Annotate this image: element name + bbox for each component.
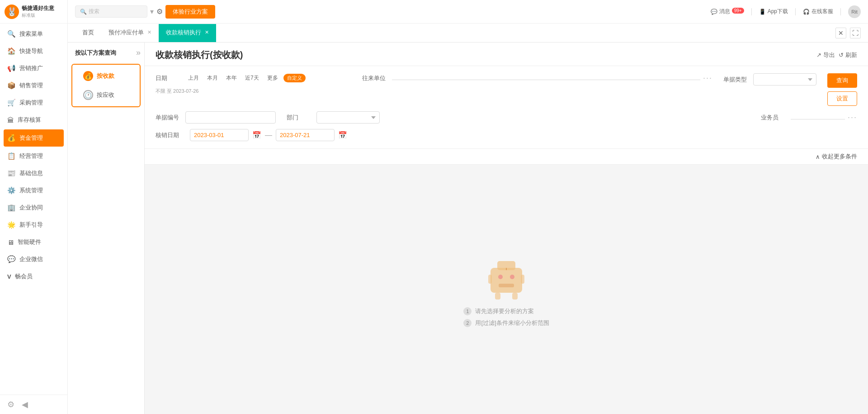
sidebar-item-finance[interactable]: 💰 资金管理 bbox=[4, 129, 64, 147]
staff-dots[interactable]: ··· bbox=[848, 113, 857, 122]
sidebar-label-search: 搜索菜单 bbox=[19, 30, 43, 38]
sidebar-item-inventory[interactable]: 🏛 库存核算 bbox=[0, 111, 67, 128]
query-btn[interactable]: 查询 bbox=[827, 73, 857, 88]
bank-icon: 🏛 bbox=[7, 116, 14, 124]
date-btn-last-month[interactable]: 上月 bbox=[185, 73, 202, 83]
messages-action[interactable]: 💬 消息 99+ bbox=[711, 8, 744, 15]
header-left: 🔍 搜索 ▾ ⚙ 体验行业方案 bbox=[75, 5, 706, 19]
sidebar-label-system: 系统管理 bbox=[19, 186, 43, 195]
sidebar-item-purchase[interactable]: 🛒 采购管理 bbox=[0, 94, 67, 111]
sidebar-item-sales[interactable]: 📦 销售管理 bbox=[0, 77, 67, 94]
filter-by-receipt[interactable]: 💰 按收款 bbox=[72, 67, 140, 86]
sidebar-item-marketing[interactable]: 📢 营销推广 bbox=[0, 60, 67, 77]
sidebar-logo: 🐰 畅捷通好生意 标准版 bbox=[0, 0, 67, 24]
sidebar-item-operations[interactable]: 📋 经营管理 bbox=[0, 148, 67, 165]
messages-badge: 99+ bbox=[732, 8, 744, 14]
online-service-action[interactable]: 🎧 在线客服 bbox=[803, 8, 833, 15]
monitor-icon: 🖥 bbox=[7, 238, 14, 246]
filter-by-receivable-label: 按应收 bbox=[97, 91, 114, 99]
verify-date-end[interactable] bbox=[276, 129, 335, 141]
date-range-separator: — bbox=[265, 131, 272, 139]
counterparty-dots[interactable]: ··· bbox=[703, 73, 712, 83]
dept-label: 部门 bbox=[287, 114, 314, 122]
bill-no-label: 单据编号 bbox=[156, 114, 183, 122]
industry-btn[interactable]: 体验行业方案 bbox=[165, 5, 215, 19]
empty-tips: 1 请先选择要分析的方案 2 用[过滤]条件来缩小分析范围 bbox=[463, 307, 549, 327]
tab-home[interactable]: 首页 bbox=[75, 24, 101, 42]
export-btn[interactable]: ↗ 导出 bbox=[816, 51, 835, 59]
verify-date-start[interactable] bbox=[190, 129, 249, 141]
sidebar-item-search[interactable]: 🔍 搜索菜单 bbox=[0, 25, 67, 43]
bill-type-select[interactable] bbox=[753, 73, 816, 86]
top-search-box[interactable]: 🔍 搜索 bbox=[75, 5, 147, 18]
user-avatar[interactable]: Rit bbox=[848, 5, 861, 18]
tab-expand-btn[interactable]: ⛶ bbox=[850, 28, 861, 38]
sidebar-item-system[interactable]: ⚙️ 系统管理 bbox=[0, 182, 67, 199]
logo-icon: 🐰 bbox=[5, 5, 19, 19]
header-divider2 bbox=[795, 8, 796, 15]
verify-date-label: 核销日期 bbox=[156, 131, 183, 139]
sidebar-label-purchase: 采购管理 bbox=[19, 99, 43, 107]
sidebar-item-corp[interactable]: 🏢 企业协同 bbox=[0, 199, 67, 216]
sidebar-item-wechat[interactable]: 💬 企业微信 bbox=[0, 251, 67, 268]
filter-by-receivable[interactable]: 🕐 按应收 bbox=[72, 86, 140, 105]
app-download-action[interactable]: 📱 App下载 bbox=[759, 8, 788, 15]
content-area: 按以下方案查询 » 💰 按收款 🕐 按应收 收款核销执行(按收款) bbox=[68, 43, 868, 414]
main-area: 🔍 搜索 ▾ ⚙ 体验行业方案 💬 消息 99+ 📱 App下载 🎧 在线客服 bbox=[68, 0, 868, 414]
date-btn-this-year[interactable]: 本年 bbox=[223, 73, 240, 83]
collapse-conditions-bar[interactable]: ∧ 收起更多条件 bbox=[145, 149, 868, 165]
building-icon: 🏢 bbox=[7, 204, 16, 212]
date-btn-more[interactable]: 更多 bbox=[264, 73, 281, 83]
query-col: 查询 设置 bbox=[827, 73, 857, 106]
settings-btn[interactable]: 设置 bbox=[827, 91, 857, 106]
svg-rect-8 bbox=[495, 293, 500, 300]
date-btn-this-month[interactable]: 本月 bbox=[204, 73, 221, 83]
sidebar-label-operations: 经营管理 bbox=[19, 152, 43, 160]
counterparty-label: 往来单位 bbox=[362, 74, 389, 82]
calendar-end-icon[interactable]: 📅 bbox=[338, 131, 347, 139]
megaphone-icon: 📢 bbox=[7, 64, 16, 72]
sidebar-label-newbie: 新手引导 bbox=[19, 221, 43, 229]
sidebar-item-basic[interactable]: 📰 基础信息 bbox=[0, 165, 67, 182]
tip-num-1: 1 bbox=[463, 307, 472, 315]
svg-point-4 bbox=[510, 275, 514, 279]
tab-close-all-btn[interactable]: ✕ bbox=[835, 28, 846, 38]
sidebar-item-newbie[interactable]: 🌟 新手引导 bbox=[0, 216, 67, 233]
svg-rect-6 bbox=[488, 275, 492, 284]
empty-tip-2: 2 用[过滤]条件来缩小分析范围 bbox=[463, 319, 549, 327]
messages-label: 消息 bbox=[719, 8, 730, 15]
sidebar-label-member: 畅会员 bbox=[15, 272, 33, 281]
sidebar-menu: 🔍 搜索菜单 🏠 快捷导航 📢 营销推广 📦 销售管理 🛒 采购管理 🏛 库存核… bbox=[0, 24, 67, 395]
tab-prepay-close-icon[interactable]: ✕ bbox=[147, 29, 151, 35]
sidebar-item-hardware[interactable]: 🖥 智能硬件 bbox=[0, 233, 67, 251]
sidebar-label-corp: 企业协同 bbox=[19, 204, 43, 212]
settings-bottom-icon[interactable]: ⚙ bbox=[7, 400, 14, 409]
calendar-start-icon[interactable]: 📅 bbox=[252, 131, 261, 139]
filter-collapse-icon[interactable]: » bbox=[136, 48, 141, 57]
receipt-filter-icon: 💰 bbox=[83, 71, 93, 81]
tab-receipt-verify-close-icon[interactable]: ✕ bbox=[205, 29, 209, 35]
app-download-label: App下载 bbox=[768, 8, 788, 15]
date-custom-badge[interactable]: 自定义 bbox=[283, 74, 306, 82]
date-label: 日期 bbox=[156, 74, 183, 82]
staff-label: 业务员 bbox=[761, 114, 788, 122]
mobile-icon: 📱 bbox=[759, 9, 766, 15]
online-service-label: 在线客服 bbox=[811, 8, 833, 15]
tab-receipt-verify-label: 收款核销执行 bbox=[166, 29, 201, 37]
dept-select[interactable] bbox=[316, 111, 380, 124]
collapse-conditions-label: 收起更多条件 bbox=[822, 152, 857, 161]
sidebar-item-quicknav[interactable]: 🏠 快捷导航 bbox=[0, 43, 67, 60]
date-btn-7days[interactable]: 近7天 bbox=[242, 73, 262, 83]
dropdown-arrow-icon[interactable]: ▾ bbox=[150, 7, 154, 16]
sidebar-item-member[interactable]: V 畅会员 bbox=[0, 268, 67, 285]
header-divider3 bbox=[840, 8, 841, 15]
user-name: Rit bbox=[851, 9, 857, 14]
collapse-sidebar-icon[interactable]: ◀ bbox=[22, 400, 28, 409]
export-icon: ↗ bbox=[816, 52, 821, 58]
gear-header-icon[interactable]: ⚙ bbox=[156, 7, 163, 16]
refresh-btn[interactable]: ↺ 刷新 bbox=[839, 51, 857, 59]
box-icon: 📦 bbox=[7, 81, 16, 90]
tab-receipt-verify[interactable]: 收款核销执行 ✕ bbox=[159, 24, 216, 42]
bill-no-input[interactable] bbox=[185, 111, 276, 124]
tab-prepay[interactable]: 预付冲应付单 ✕ bbox=[101, 24, 159, 42]
